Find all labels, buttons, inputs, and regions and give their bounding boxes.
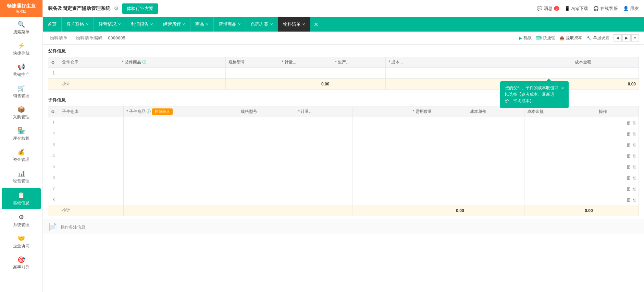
settings-icon[interactable]: ⚙ [114,5,119,12]
navtab-close-icon[interactable]: ✕ [206,22,209,27]
navtab-close-icon[interactable]: ✕ [238,22,241,27]
child-settings-icon[interactable]: ⚙ [51,109,55,114]
parent-warehouse-cell[interactable] [59,68,119,79]
child-product-cell[interactable] [124,194,238,205]
sidebar-item-资金管理[interactable]: 💰资金管理 [0,145,42,166]
child-amount-cell[interactable] [524,139,596,150]
sidebar-item-新手引导[interactable]: 🎯新手引导 [0,253,42,274]
child-unit-cell[interactable] [295,150,352,161]
child-amount-cell[interactable] [524,150,596,161]
navtab-close-icon[interactable]: ✕ [118,22,121,27]
navtab-首页[interactable]: 首页 [43,17,62,32]
child-warehouse-cell[interactable] [59,150,124,161]
delete-icon[interactable]: 🗑 [626,186,631,191]
child-spec-cell[interactable] [238,128,295,139]
child-spec-cell[interactable] [238,161,295,172]
child-unit-cell[interactable] [295,183,352,194]
sidebar-item-搜索菜单[interactable]: 🔍搜索菜单 [0,17,42,38]
copy-icon[interactable]: ⎘ [633,120,636,126]
sidebar-item-基础信息[interactable]: 📋基础信息 [2,188,41,209]
delete-icon[interactable]: 🗑 [626,120,631,126]
child-spec-cell[interactable] [238,183,295,194]
messages-item[interactable]: 💬 消息 6 [537,5,559,12]
child-product-cell[interactable] [124,183,238,194]
copy-icon[interactable]: ⎘ [633,186,636,191]
child-price-cell[interactable] [467,161,524,172]
child-warehouse-cell[interactable] [59,128,124,139]
navtab-新增商品[interactable]: 新增商品✕ [214,17,246,32]
copy-icon[interactable]: ⎘ [633,197,636,202]
sidebar-item-企业协同[interactable]: 🤝企业协同 [0,231,42,253]
child-unit-cell[interactable] [295,117,352,128]
child-qty-cell[interactable] [410,183,467,194]
child-price-cell[interactable] [467,117,524,128]
menu-arrow[interactable]: ≡ [631,34,639,42]
online-service-item[interactable]: 🎧 在线客服 [593,5,618,12]
delete-icon[interactable]: 🗑 [626,164,631,170]
copy-icon[interactable]: ⎘ [633,175,636,180]
child-spec-cell[interactable] [238,139,295,150]
shortcut-tool[interactable]: ⌨ 快捷键 [536,35,555,41]
child-qty-cell[interactable] [410,161,467,172]
child-product-cell[interactable] [124,172,238,183]
parent-spec-cell[interactable] [226,68,279,79]
parent-unit-cell[interactable] [279,68,332,79]
copy-icon[interactable]: ⎘ [633,142,636,148]
child-unit-cell[interactable] [295,139,352,150]
prev-arrow[interactable]: ◀ [614,34,622,42]
child-amount-cell[interactable] [524,183,596,194]
child-warehouse-cell[interactable] [59,161,124,172]
next-arrow[interactable]: ▶ [622,34,631,42]
single-settings-tool[interactable]: 🔧 单据设置 [586,35,609,41]
child-amount-cell[interactable] [524,194,596,205]
navtab-经营历程[interactable]: 经营历程✕ [158,17,190,32]
child-spec-cell[interactable] [238,150,295,161]
child-price-cell[interactable] [467,183,524,194]
navtab-close-icon[interactable]: ✕ [182,22,185,27]
delete-icon[interactable]: 🗑 [626,131,631,137]
navtab-close-icon[interactable]: ✕ [150,22,153,27]
child-product-cell[interactable] [124,117,238,128]
child-product-cell[interactable] [124,128,238,139]
navtab-经营情况[interactable]: 经营情况✕ [94,17,126,32]
delete-icon[interactable]: 🗑 [626,197,631,202]
child-amount-cell[interactable] [524,172,596,183]
parent-cost-cell[interactable] [385,68,439,79]
sidebar-item-经营管理[interactable]: 📊经营管理 [0,166,42,187]
navtab-客户联络[interactable]: 客户联络✕ [62,17,94,32]
child-warehouse-cell[interactable] [59,139,124,150]
child-price-cell[interactable] [467,150,524,161]
parent-product-cell[interactable] [119,68,226,79]
child-unit-cell[interactable] [295,194,352,205]
child-warehouse-cell[interactable] [59,172,124,183]
sidebar-item-采购管理[interactable]: 📦采购管理 [0,102,42,124]
child-amount-cell[interactable] [524,117,596,128]
child-warehouse-cell[interactable] [59,183,124,194]
child-amount-cell[interactable] [524,161,596,172]
navtab-close-icon[interactable]: ✕ [270,22,273,27]
child-unit-cell[interactable] [295,128,352,139]
navtab-close-icon[interactable]: ✕ [302,22,305,27]
sidebar-item-库存核算[interactable]: 🏪库存核算 [0,124,42,145]
view-tool[interactable]: ▶ 视频 [519,35,532,41]
child-product-cell[interactable] [124,139,238,150]
child-price-cell[interactable] [467,194,524,205]
child-qty-cell[interactable] [410,172,467,183]
child-spec-cell[interactable] [238,194,295,205]
child-qty-cell[interactable] [410,194,467,205]
child-qty-cell[interactable] [410,128,467,139]
trial-button[interactable]: 体验行业方案 [122,3,158,14]
child-spec-cell[interactable] [238,172,295,183]
tooltip-close-button[interactable]: × [561,85,564,92]
child-unit-cell[interactable] [295,172,352,183]
child-product-cell[interactable] [124,150,238,161]
navtab-商品[interactable]: 商品✕ [190,17,214,32]
sidebar-item-快捷导航[interactable]: ⚡快捷导航 [0,38,42,60]
navtab-物料清单[interactable]: 物料清单✕ [278,17,310,32]
child-warehouse-cell[interactable] [59,194,124,205]
close-all-tabs-icon[interactable]: ✕ [310,21,322,28]
child-qty-cell[interactable] [410,150,467,161]
copy-icon[interactable]: ⎘ [633,153,636,159]
child-qty-cell[interactable] [410,139,467,150]
extract-cost-tool[interactable]: 📤 提取成本 [559,35,582,41]
